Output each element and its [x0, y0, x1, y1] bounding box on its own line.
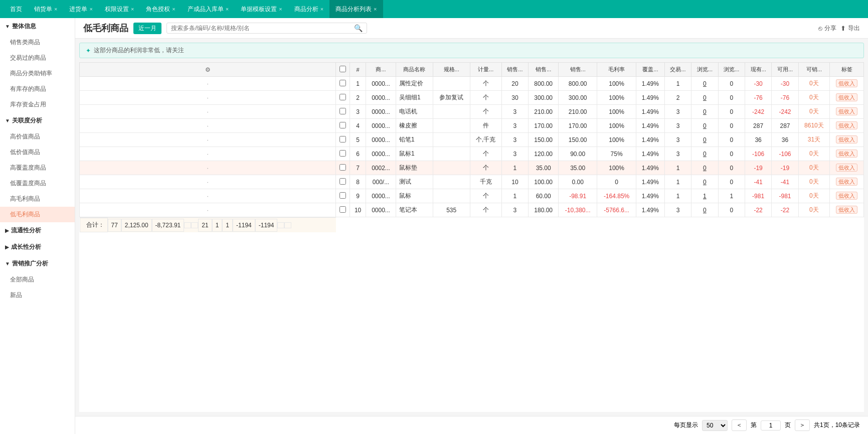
row-settings[interactable]: · — [80, 105, 336, 119]
row-checkbox[interactable] — [336, 119, 350, 133]
select-all-checkbox[interactable] — [339, 66, 346, 72]
row-sales-profit: 90.00 — [559, 147, 597, 161]
close-icon[interactable]: × — [54, 6, 57, 12]
row-views1[interactable]: 0 — [691, 161, 718, 175]
row-settings[interactable]: · — [80, 147, 336, 161]
sidebar-item-category-rate[interactable]: 商品分类助销率 — [0, 66, 75, 81]
sidebar-item-high-profit[interactable]: 高毛利商品 — [0, 191, 75, 207]
col-settings[interactable]: ⚙ — [80, 63, 336, 77]
main-layout: ▼ 整体信息 销售类商品 交易过的商品 商品分类助销率 有库存的商品 库存资金占… — [0, 18, 868, 434]
row-checkbox[interactable] — [336, 175, 350, 189]
table-wrapper[interactable]: ⚙ # 商... 商品名称 规格... 计量... 销售... 销售... 销售… — [79, 62, 864, 412]
sidebar-item-sales-goods[interactable]: 销售类商品 — [0, 35, 75, 50]
close-icon[interactable]: × — [131, 6, 134, 12]
row-views1[interactable]: 0 — [691, 77, 718, 91]
row-checkbox[interactable] — [336, 91, 350, 105]
row-tag: 低收入 — [830, 161, 864, 175]
row-checkbox[interactable] — [336, 203, 350, 217]
page-size-select[interactable]: 50 100 200 — [702, 420, 728, 431]
row-views1[interactable]: 0 — [691, 175, 718, 189]
sidebar-item-low-value[interactable]: 低价值商品 — [0, 144, 75, 160]
row-sales-qty: 3 — [501, 105, 528, 119]
col-sales-price: 销售... — [529, 63, 559, 77]
row-coverage: 1.49% — [636, 147, 664, 161]
nav-role-auth[interactable]: 角色授权 × — [140, 0, 181, 18]
row-settings[interactable]: · — [80, 203, 336, 217]
next-page-button[interactable]: ＞ — [795, 419, 810, 431]
row-settings[interactable]: · — [80, 77, 336, 91]
sidebar-item-stock-goods[interactable]: 有库存的商品 — [0, 81, 75, 97]
row-spec: 参加复试 — [433, 91, 470, 105]
row-checkbox[interactable] — [336, 133, 350, 147]
row-settings[interactable]: · — [80, 189, 336, 203]
col-available: 可用... — [772, 63, 798, 77]
share-button[interactable]: ⎋ 分享 — [818, 24, 836, 33]
row-settings[interactable]: · — [80, 175, 336, 189]
close-icon[interactable]: × — [279, 6, 282, 12]
close-icon[interactable]: × — [89, 6, 92, 12]
row-settings[interactable]: · — [80, 91, 336, 105]
sidebar-item-all-goods[interactable]: 全部商品 — [0, 272, 75, 287]
row-checkbox[interactable] — [336, 105, 350, 119]
row-tag: 低收入 — [830, 105, 864, 119]
expand-icon: ▶ — [5, 228, 9, 233]
col-sales-profit: 销售... — [559, 63, 597, 77]
row-views1[interactable]: 1 — [691, 189, 718, 203]
expand-icon: ▶ — [5, 244, 9, 250]
row-name: 橡皮擦 — [396, 119, 433, 133]
row-views1[interactable]: 0 — [691, 133, 718, 147]
row-spec: 535 — [433, 203, 470, 217]
sidebar-group-growth[interactable]: ▶ 成长性分析 — [0, 239, 75, 255]
sidebar-item-low-profit[interactable]: 低毛利商品 — [0, 207, 75, 222]
row-no: 1 — [350, 77, 366, 91]
search-input[interactable] — [171, 25, 354, 32]
sidebar-group-overall[interactable]: ▼ 整体信息 — [0, 18, 75, 35]
row-settings[interactable]: · — [80, 133, 336, 147]
table-row: · 8 000/... 测试 千克 10 100.00 0.00 0 1.49%… — [80, 175, 864, 189]
row-sales-price: 180.00 — [529, 203, 559, 217]
sidebar-group-marketing[interactable]: ▼ 营销推广分析 — [0, 255, 75, 272]
row-views1[interactable]: 0 — [691, 203, 718, 217]
export-button[interactable]: ⬆ 导出 — [840, 24, 860, 33]
nav-product-analysis-list[interactable]: 商品分析列表 × — [329, 0, 383, 18]
table-row: · 1 0000... 属性定价 个 20 800.00 800.00 100%… — [80, 77, 864, 91]
sidebar-item-traded-goods[interactable]: 交易过的商品 — [0, 50, 75, 66]
sidebar-group-circulation[interactable]: ▶ 流通性分析 — [0, 222, 75, 239]
row-tag: 低收入 — [830, 203, 864, 217]
nav-product-analysis[interactable]: 商品分析 × — [288, 0, 329, 18]
row-settings[interactable]: · — [80, 119, 336, 133]
close-icon[interactable]: × — [226, 6, 229, 12]
nav-permissions[interactable]: 权限设置 × — [99, 0, 140, 18]
time-filter-button[interactable]: 近一月 — [133, 23, 161, 34]
row-views1[interactable]: 0 — [691, 119, 718, 133]
sidebar-item-capital-occupation[interactable]: 库存资金占用 — [0, 97, 75, 112]
close-icon[interactable]: × — [172, 6, 175, 12]
search-box[interactable]: 🔍 — [166, 23, 367, 34]
sidebar-item-low-coverage[interactable]: 低覆盖度商品 — [0, 176, 75, 191]
sidebar-group-relevance[interactable]: ▼ 关联度分析 — [0, 112, 75, 129]
nav-template-settings[interactable]: 单据模板设置 × — [235, 0, 288, 18]
close-icon[interactable]: × — [320, 6, 323, 12]
row-settings[interactable]: · — [80, 161, 336, 175]
row-checkbox[interactable] — [336, 189, 350, 203]
nav-product-inbound[interactable]: 产成品入库单 × — [182, 0, 235, 18]
row-views1[interactable]: 0 — [691, 91, 718, 105]
row-gross-rate: 100% — [597, 91, 636, 105]
search-icon[interactable]: 🔍 — [354, 24, 363, 32]
nav-home[interactable]: 首页 — [4, 0, 28, 18]
sidebar-item-new-goods[interactable]: 新品 — [0, 287, 75, 303]
row-gross-rate: -5766.6... — [597, 203, 636, 217]
page-number-input[interactable] — [761, 420, 781, 430]
sidebar-item-high-coverage[interactable]: 高覆盖度商品 — [0, 160, 75, 176]
nav-sales-order[interactable]: 销货单 × — [28, 0, 63, 18]
row-views1[interactable]: 0 — [691, 147, 718, 161]
row-checkbox[interactable] — [336, 147, 350, 161]
row-checkbox[interactable] — [336, 161, 350, 175]
sidebar-item-high-value[interactable]: 高价值商品 — [0, 129, 75, 144]
row-views1[interactable]: 0 — [691, 105, 718, 119]
nav-purchase-order[interactable]: 进货单 × — [63, 0, 98, 18]
prev-page-button[interactable]: ＜ — [732, 419, 747, 431]
close-icon[interactable]: × — [374, 6, 377, 12]
row-sales-profit: 0.00 — [559, 175, 597, 189]
row-checkbox[interactable] — [336, 77, 350, 91]
